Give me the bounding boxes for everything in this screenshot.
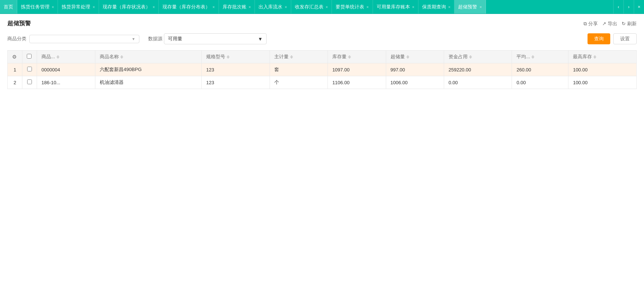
- nav-demand-stat[interactable]: 要货单统计表 ×: [332, 0, 373, 14]
- nav-quality-query[interactable]: 保质期查询 ×: [418, 0, 454, 14]
- close-quality-query[interactable]: ×: [448, 5, 450, 9]
- page-title: 超储预警: [7, 20, 31, 27]
- refresh-icon: ↻: [622, 21, 626, 26]
- page-content: 超储预警 ⧉ 分享 ↗ 导出 ↻ 刷新 商品分类 ▼ 数据源: [0, 14, 644, 293]
- th-gear: ⚙: [8, 51, 22, 63]
- nav-arrow-close[interactable]: ×: [634, 0, 644, 14]
- nav-available-stock[interactable]: 可用量库存账本 ×: [373, 0, 418, 14]
- row-1-max-stock: 100.00: [568, 63, 637, 76]
- row-2-max-stock: 100.00: [568, 76, 637, 89]
- close-pick-exception[interactable]: ×: [92, 5, 95, 9]
- row-1-spec: 123: [202, 63, 270, 76]
- settings-button[interactable]: 设置: [613, 33, 637, 44]
- nav-receive-send[interactable]: 收发存汇总表 ×: [291, 0, 332, 14]
- close-stock-status[interactable]: ×: [153, 5, 155, 9]
- sort-icon-stock: [348, 55, 351, 59]
- datasource-select[interactable]: 可用量 ▼: [164, 33, 267, 44]
- row-2-spec: 123: [202, 76, 270, 89]
- sort-icon-code: [56, 55, 59, 59]
- th-overstock[interactable]: 超储量: [386, 51, 444, 63]
- export-icon: ↗: [602, 21, 606, 26]
- category-select[interactable]: ▼: [29, 35, 139, 43]
- sort-icon-overstock: [406, 55, 409, 59]
- nav-overstock-alert[interactable]: 超储预警 ×: [454, 0, 486, 14]
- row-1-stock: 1097.00: [328, 63, 386, 76]
- row-1-name: 六配套新昌490BPG: [95, 63, 202, 76]
- close-available-stock[interactable]: ×: [412, 5, 414, 9]
- close-demand-stat[interactable]: ×: [366, 5, 369, 9]
- table-row: 1 0000004 六配套新昌490BPG 123 套 1097.00 997.…: [8, 63, 637, 76]
- row-2-stock: 1106.00: [328, 76, 386, 89]
- row-1-checkbox[interactable]: [27, 67, 32, 71]
- th-spec[interactable]: 规格型号: [202, 51, 270, 63]
- page-title-bar: 超储预警 ⧉ 分享 ↗ 导出 ↻ 刷新: [7, 20, 637, 27]
- sort-icon-avg: [531, 55, 534, 59]
- category-label: 商品分类: [7, 36, 26, 42]
- row-2-checkbox[interactable]: [27, 79, 32, 84]
- category-dropdown-icon: ▼: [132, 37, 135, 41]
- th-name[interactable]: 商品名称: [95, 51, 202, 63]
- select-all-checkbox[interactable]: [27, 54, 32, 59]
- row-checkbox-2: [22, 76, 37, 89]
- datasource-filter: 数据源 可用量 ▼: [148, 33, 267, 44]
- close-receive-send[interactable]: ×: [326, 5, 328, 9]
- gear-icon[interactable]: ⚙: [12, 54, 17, 60]
- nav-inout-flow[interactable]: 出入库流水 ×: [255, 0, 291, 14]
- row-num-2: 2: [8, 76, 22, 89]
- sort-icon-max-stock: [593, 55, 596, 59]
- nav-stock-status[interactable]: 现存量（库存状况表） ×: [99, 0, 159, 14]
- query-button[interactable]: 查询: [588, 33, 610, 44]
- sort-icon-name: [120, 55, 123, 59]
- title-actions: ⧉ 分享 ↗ 导出 ↻ 刷新: [583, 21, 637, 27]
- sort-icon-capital: [469, 55, 472, 59]
- row-2-avg: 0.00: [512, 76, 568, 89]
- row-2-unit: 个: [270, 76, 328, 89]
- nav-batch-account[interactable]: 库存批次账 ×: [219, 0, 255, 14]
- share-button[interactable]: ⧉ 分享: [583, 21, 598, 27]
- row-1-unit: 套: [270, 63, 328, 76]
- row-2-overstock: 1006.00: [386, 76, 444, 89]
- sort-icon-unit: [290, 55, 293, 59]
- refresh-button[interactable]: ↻ 刷新: [622, 21, 637, 27]
- table-header-row: ⚙ 商品... 商品名称: [8, 51, 637, 63]
- data-table: ⚙ 商品... 商品名称: [7, 50, 637, 89]
- th-checkbox: [22, 51, 37, 63]
- export-button[interactable]: ↗ 导出: [602, 21, 617, 27]
- row-2-name: 机油滤清器: [95, 76, 202, 89]
- nav-stock-dist[interactable]: 现存量（库存分布表） ×: [159, 0, 219, 14]
- close-overstock-alert[interactable]: ×: [479, 5, 482, 9]
- top-navigation: 首页 拣货任务管理 × 拣货异常处理 × 现存量（库存状况表） × 现存量（库存…: [0, 0, 644, 14]
- filter-row: 商品分类 ▼ 数据源 可用量 ▼ 查询 设置: [7, 33, 637, 44]
- nav-arrows: ‹ › ×: [613, 0, 644, 14]
- row-2-code: 186-10...: [37, 76, 95, 89]
- row-1-code: 0000004: [37, 63, 95, 76]
- row-1-capital: 259220.00: [444, 63, 512, 76]
- datasource-dropdown-icon: ▼: [258, 36, 263, 42]
- close-batch-account[interactable]: ×: [249, 5, 251, 9]
- category-filter: 商品分类 ▼: [7, 35, 139, 43]
- row-checkbox-1: [22, 63, 37, 76]
- close-stock-dist[interactable]: ×: [212, 5, 215, 9]
- th-code[interactable]: 商品...: [37, 51, 95, 63]
- table-row: 2 186-10... 机油滤清器 123 个 1106.00 1006.00 …: [8, 76, 637, 89]
- th-unit[interactable]: 主计量: [270, 51, 328, 63]
- sort-icon-spec: [227, 55, 230, 59]
- share-icon: ⧉: [583, 21, 587, 27]
- nav-arrow-right[interactable]: ›: [623, 0, 634, 14]
- th-capital[interactable]: 资金占用: [444, 51, 512, 63]
- nav-arrow-left[interactable]: ‹: [613, 0, 623, 14]
- close-inout-flow[interactable]: ×: [285, 5, 287, 9]
- datasource-label: 数据源: [148, 36, 162, 42]
- row-1-overstock: 997.00: [386, 63, 444, 76]
- nav-pick-exception[interactable]: 拣货异常处理 ×: [58, 0, 99, 14]
- row-2-capital: 0.00: [444, 76, 512, 89]
- nav-home[interactable]: 首页: [0, 0, 17, 14]
- nav-pick-task[interactable]: 拣货任务管理 ×: [17, 0, 58, 14]
- close-pick-task[interactable]: ×: [52, 5, 54, 9]
- th-max-stock[interactable]: 最高库存: [568, 51, 637, 63]
- row-num-1: 1: [8, 63, 22, 76]
- row-1-avg: 260.00: [512, 63, 568, 76]
- th-stock[interactable]: 库存量: [328, 51, 386, 63]
- datasource-value: 可用量: [168, 36, 182, 42]
- th-avg[interactable]: 平均...: [512, 51, 568, 63]
